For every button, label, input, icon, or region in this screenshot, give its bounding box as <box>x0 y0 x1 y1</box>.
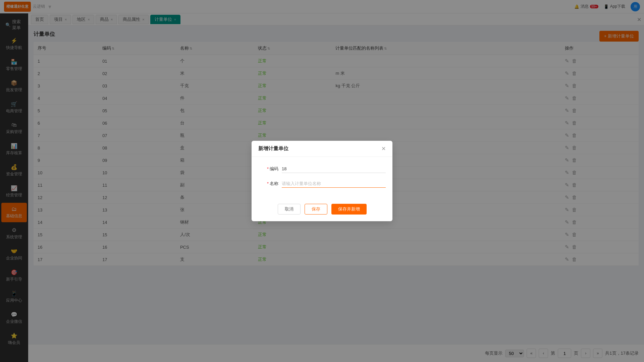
add-unit-modal: 新增计量单位 ✕ 编码 名称 取消 保存 保存并新增 <box>252 141 392 221</box>
modal-overlay[interactable]: 新增计量单位 ✕ 编码 名称 取消 保存 保存并新增 <box>0 0 644 362</box>
save-and-new-button[interactable]: 保存并新增 <box>331 204 367 215</box>
modal-body: 编码 名称 <box>252 157 392 200</box>
modal-footer: 取消 保存 保存并新增 <box>252 200 392 221</box>
save-button[interactable]: 保存 <box>305 204 327 215</box>
modal-title: 新增计量单位 <box>258 145 288 152</box>
name-field-row: 名称 <box>258 180 386 188</box>
modal-header: 新增计量单位 ✕ <box>252 141 392 157</box>
modal-close-button[interactable]: ✕ <box>381 146 386 152</box>
code-label: 编码 <box>258 166 278 172</box>
name-input[interactable] <box>282 180 386 188</box>
code-field-row: 编码 <box>258 165 386 173</box>
cancel-button[interactable]: 取消 <box>278 204 301 215</box>
name-label: 名称 <box>258 181 278 187</box>
code-input[interactable] <box>282 165 386 173</box>
